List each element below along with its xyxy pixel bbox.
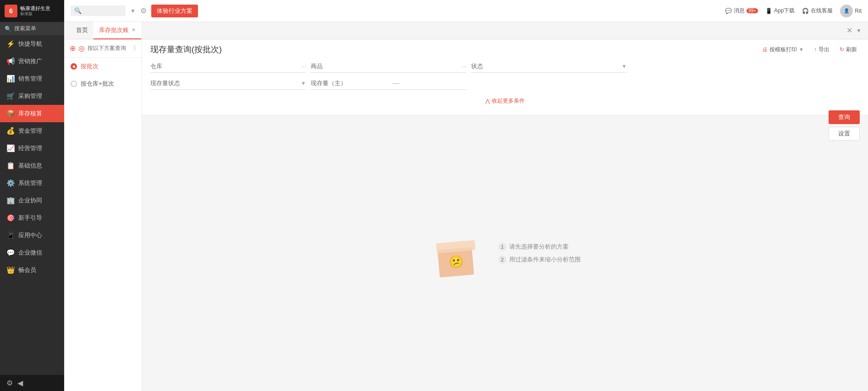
print-icon: 🖨 bbox=[762, 46, 768, 53]
tip-1-text: 请先选择要分析的方案 bbox=[509, 243, 569, 251]
sidebar-item-quick-nav[interactable]: ⚡ 快捷导航 bbox=[0, 35, 64, 53]
user-group[interactable]: 👤 Rit bbox=[840, 5, 862, 17]
sidebar-item-app-center[interactable]: 📱 应用中心 bbox=[0, 227, 64, 244]
topbar-right: 💬 消息 99+ 📱 App下载 🎧 在线客服 👤 Rit bbox=[725, 5, 862, 17]
sidebar-item-sales[interactable]: 📊 销售管理 bbox=[0, 70, 64, 87]
messages-group[interactable]: 💬 消息 99+ bbox=[725, 7, 758, 15]
goods-field: 商品 ··· bbox=[311, 60, 467, 73]
query-actions: 🖨 按模板打印 ▼ ↑ 导出 ↻ 刷新 bbox=[759, 44, 860, 55]
user-name: Rit bbox=[855, 8, 862, 14]
sidebar-item-member[interactable]: 👑 畅会员 bbox=[0, 261, 64, 279]
status-label: 状态 bbox=[471, 62, 487, 71]
sidebar: 6 畅康通好生意 标准版 🔍 搜索菜单 ⚡ 快捷导航 📢 营销推广 📊 销售管理… bbox=[0, 0, 64, 391]
sidebar-item-purchase[interactable]: 🛒 采购管理 bbox=[0, 87, 64, 105]
svg-text:😕: 😕 bbox=[448, 254, 465, 270]
sidebar-item-label: 库存核算 bbox=[18, 109, 42, 118]
inventory-qty-to-input[interactable] bbox=[402, 80, 439, 87]
warehouse-field: 仓库 ··· bbox=[150, 60, 306, 73]
goods-input[interactable] bbox=[326, 63, 460, 70]
wechat-icon: 💬 bbox=[6, 249, 15, 257]
tab-close-icon[interactable]: ✕ bbox=[132, 27, 136, 33]
goods-label: 商品 bbox=[311, 62, 326, 71]
sidebar-item-label: 企业微信 bbox=[18, 249, 42, 257]
status-field: 状态 ▼ bbox=[471, 60, 627, 73]
print-btn[interactable]: 🖨 按模板打印 ▼ bbox=[759, 44, 807, 55]
inventory-status-field: 现存量状态 ▼ bbox=[150, 77, 306, 90]
query-title-row: 现存量查询(按批次) 🖨 按模板打印 ▼ ↑ 导出 ↻ bbox=[150, 44, 860, 55]
warehouse-more-icon[interactable]: ··· bbox=[302, 63, 306, 70]
sidebar-item-enterprise[interactable]: 🏢 企业协同 bbox=[0, 192, 64, 209]
sidebar-item-wechat[interactable]: 💬 企业微信 bbox=[0, 244, 64, 261]
topbar-dropdown-icon[interactable]: ▼ bbox=[130, 8, 136, 14]
app-download-group[interactable]: 📱 App下载 bbox=[765, 7, 795, 15]
refresh-label: 刷新 bbox=[846, 46, 857, 54]
topbar: 🔍 ▼ ⚙ 体验行业方案 💬 消息 99+ 📱 App下载 🎧 在线客服 👤 bbox=[64, 0, 868, 22]
filter-item-by-batch-label: 按批次 bbox=[81, 62, 99, 71]
inventory-qty-field: 现存量（主） — bbox=[311, 77, 467, 90]
settings-button[interactable]: 设置 bbox=[829, 127, 860, 141]
sidebar-item-system[interactable]: ⚙️ 系统管理 bbox=[0, 174, 64, 192]
inventory-status-label: 现存量状态 bbox=[150, 79, 184, 87]
enterprise-icon: 🏢 bbox=[6, 196, 15, 205]
export-btn[interactable]: ↑ 导出 bbox=[811, 44, 832, 55]
empty-tip-1: 1 请先选择要分析的方案 bbox=[498, 243, 581, 251]
settings-icon[interactable]: ⚙ bbox=[6, 379, 13, 387]
sidebar-search[interactable]: 🔍 搜索菜单 bbox=[0, 22, 64, 35]
inventory-status-input[interactable] bbox=[184, 80, 299, 87]
sidebar-item-label: 采购管理 bbox=[18, 92, 42, 100]
refresh-btn[interactable]: ↻ 刷新 bbox=[837, 44, 860, 55]
tab-home[interactable]: 首页 bbox=[71, 22, 93, 39]
marketing-icon: 📢 bbox=[6, 57, 15, 65]
filter-item-by-batch[interactable]: 按批次 bbox=[64, 58, 142, 75]
tabs-menu-icon[interactable]: ▼ bbox=[856, 27, 862, 34]
export-label: 导出 bbox=[819, 46, 830, 54]
filter-item-by-warehouse-batch[interactable]: 按仓库+批次 bbox=[64, 75, 142, 92]
collapse-panel-icon[interactable]: 《 bbox=[131, 44, 136, 52]
inventory-qty-label: 现存量（主） bbox=[311, 79, 350, 87]
topbar-search[interactable]: 🔍 bbox=[71, 5, 126, 16]
newbie-icon: 🎯 bbox=[6, 214, 15, 222]
avatar: 👤 bbox=[840, 5, 853, 17]
sidebar-item-label: 销售管理 bbox=[18, 75, 42, 83]
add-scheme-icon[interactable]: ⊕ bbox=[70, 44, 76, 53]
collapse-conditions[interactable]: ⋀ 收起更多条件 bbox=[150, 94, 860, 108]
topbar-settings-icon[interactable]: ⚙ bbox=[140, 6, 147, 15]
content-area: ⊕ ◎ 按以下方案查询 《 按批次 按仓库+批次 现存量查询(按批次) bbox=[64, 39, 868, 391]
print-dropdown-icon[interactable]: ▼ bbox=[799, 47, 804, 52]
filter-item-by-warehouse-batch-label: 按仓库+批次 bbox=[81, 80, 114, 88]
sidebar-item-newbie[interactable]: 🎯 新手引导 bbox=[0, 209, 64, 227]
sidebar-item-finance[interactable]: 💰 资金管理 bbox=[0, 122, 64, 140]
refresh-icon: ↻ bbox=[840, 46, 844, 53]
experience-btn[interactable]: 体验行业方案 bbox=[151, 5, 198, 17]
goods-more-icon[interactable]: ··· bbox=[462, 63, 467, 70]
status-input[interactable] bbox=[487, 63, 620, 70]
sidebar-item-label: 系统管理 bbox=[18, 179, 42, 187]
sidebar-item-marketing[interactable]: 📢 营销推广 bbox=[0, 53, 64, 70]
collapse-sidebar-icon[interactable]: ◀ bbox=[17, 379, 23, 387]
app-download-icon: 📱 bbox=[765, 8, 772, 14]
inventory-status-dropdown-icon[interactable]: ▼ bbox=[301, 80, 306, 87]
sidebar-item-label: 新手引导 bbox=[18, 214, 42, 222]
tab-inventory-batch[interactable]: 库存批次账 ✕ bbox=[93, 22, 141, 39]
sidebar-item-inventory[interactable]: 📦 库存核算 bbox=[0, 105, 64, 122]
sidebar-item-label: 经营管理 bbox=[18, 144, 42, 152]
inventory-qty-from-input[interactable] bbox=[353, 80, 390, 87]
sidebar-item-operation[interactable]: 📈 经营管理 bbox=[0, 140, 64, 157]
radio-by-batch bbox=[71, 63, 77, 70]
settings-scheme-icon[interactable]: ◎ bbox=[78, 44, 85, 53]
action-buttons: 查询 设置 bbox=[829, 110, 860, 141]
empty-state: 😕 1 请先选择要分析的方案 2 用过滤条件来缩小分析范围 bbox=[142, 115, 868, 391]
warehouse-input[interactable] bbox=[166, 63, 300, 70]
app-center-icon: 📱 bbox=[6, 231, 15, 239]
sidebar-item-label: 畅会员 bbox=[18, 266, 36, 274]
edition-label: 标准版 bbox=[20, 11, 50, 17]
sidebar-item-basic[interactable]: 📋 基础信息 bbox=[0, 157, 64, 174]
sidebar-item-label: 营销推广 bbox=[18, 57, 42, 65]
tabs-close-all-icon[interactable]: ✕ bbox=[846, 26, 852, 35]
page-title: 现存量查询(按批次) bbox=[150, 44, 222, 55]
message-icon: 💬 bbox=[725, 8, 732, 14]
sidebar-item-label: 企业协同 bbox=[18, 196, 42, 205]
status-dropdown-icon[interactable]: ▼ bbox=[621, 63, 627, 70]
online-service-group[interactable]: 🎧 在线客服 bbox=[802, 7, 833, 15]
query-button[interactable]: 查询 bbox=[829, 110, 860, 124]
